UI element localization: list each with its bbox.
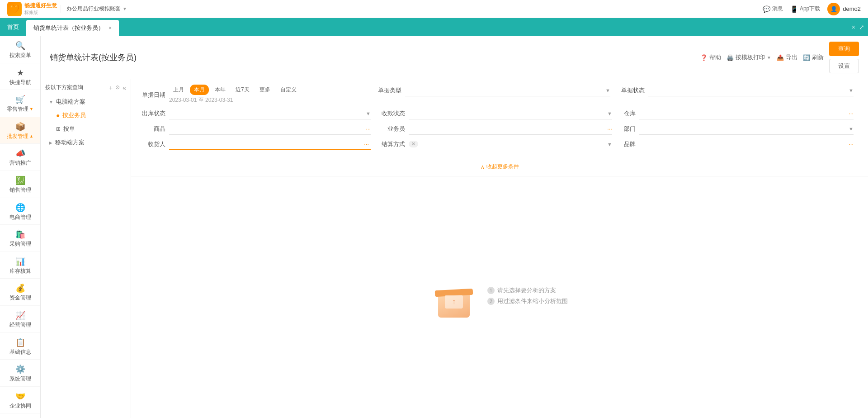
sidebar-item-finance[interactable]: 💰 资金管理 — [0, 279, 40, 306]
page-title: 销货单统计表(按业务员) — [50, 52, 137, 63]
department-select[interactable]: ▼ — [639, 123, 854, 135]
tree-by-salesperson[interactable]: ● 按业务员 — [45, 109, 126, 122]
settlement-chevron-icon: ▼ — [607, 142, 612, 147]
brand-dots[interactable]: ··· — [849, 141, 854, 147]
date-btn-this-year[interactable]: 本年 — [211, 85, 230, 95]
app-edition: 标账版 — [24, 10, 57, 15]
tree-by-order[interactable]: ⊞ 按单 — [45, 122, 126, 136]
operations-icon: 📈 — [15, 310, 25, 320]
print-icon: 🖨️ — [726, 54, 734, 61]
app-logo: 🧡 — [7, 2, 22, 16]
sidebar-item-inventory[interactable]: 📊 库存核算 — [0, 252, 40, 279]
sidebar-item-sales-mgmt[interactable]: 💹 销售管理 — [0, 171, 40, 198]
sidebar-item-search-menu[interactable]: 🔍 搜索菜单 — [0, 36, 40, 63]
message-button[interactable]: 💬 消息 — [763, 5, 783, 13]
tree-active-dot-icon: ● — [56, 112, 60, 119]
product-label: 商品 — [140, 125, 165, 133]
doc-type-select[interactable]: ▼ — [405, 85, 610, 96]
avatar: 👤 — [827, 3, 840, 15]
query-button[interactable]: 查询 — [829, 42, 859, 56]
add-scheme-icon[interactable]: + — [109, 84, 113, 91]
sidebar-item-ecommerce[interactable]: 🌐 电商管理 — [0, 198, 40, 225]
settlement-tag: ✕ — [409, 141, 418, 147]
receipt-chevron-icon: ▼ — [607, 111, 612, 116]
doc-status-select[interactable]: ▼ — [648, 85, 854, 96]
sidebar-item-enterprise[interactable]: 🤝 企业协同 — [0, 387, 40, 414]
collapse-panel-icon[interactable]: « — [123, 84, 126, 91]
tree-mobile-expand-icon: ▶ — [49, 140, 52, 145]
search-menu-icon: 🔍 — [15, 41, 25, 51]
date-btn-more[interactable]: 更多 — [255, 85, 274, 95]
help-icon: ❓ — [700, 54, 708, 61]
department-label: 部门 — [623, 125, 636, 133]
sidebar-item-quick-nav[interactable]: ★ 快捷导航 — [0, 63, 40, 90]
refresh-button[interactable]: 🔄 刷新 — [803, 53, 824, 62]
workspace-title: 办公用品行业模拟账套 — [66, 5, 121, 13]
retail-mgmt-icon: 🛒 — [15, 95, 25, 104]
tab-close-icon[interactable]: × — [108, 25, 112, 31]
app-download-button[interactable]: 📱 App下载 — [790, 5, 820, 13]
product-dots[interactable]: ··· — [366, 125, 371, 132]
sales-mgmt-icon: 💹 — [15, 176, 25, 185]
wholesale-mgmt-icon: 📦 — [15, 122, 25, 132]
out-status-label: 出库状态 — [140, 109, 165, 118]
collapse-icon: ∧ — [481, 164, 485, 170]
receipt-status-select[interactable]: ▼ — [409, 108, 612, 119]
data-area: ↑ 1 请先选择要分析的方案 2 用过滤条件来缩小分析范围 — [131, 176, 868, 418]
tab-close-window-icon[interactable]: × — [852, 24, 855, 31]
settlement-label: 结算方式 — [382, 140, 405, 148]
user-profile[interactable]: 👤 demo2 — [827, 3, 861, 15]
download-icon: 📱 — [790, 5, 798, 13]
tree-desktop-section[interactable]: ▼ 电脑端方案 — [45, 95, 126, 109]
salesperson-dots[interactable]: ··· — [607, 125, 612, 132]
app-name: 畅捷通好生意 — [24, 2, 57, 10]
edit-scheme-icon[interactable]: ⊙ — [115, 84, 120, 91]
print-dropdown-icon: ▼ — [767, 55, 771, 60]
page-actions: ❓ 帮助 🖨️ 按模板打印 ▼ 📤 导出 🔄 刷新 — [700, 42, 859, 73]
sidebar-item-retail-mgmt[interactable]: 🛒 零售管理▼ — [0, 90, 40, 117]
warehouse-label: 仓库 — [623, 109, 636, 118]
receipt-status-label: 收款状态 — [382, 109, 405, 118]
refresh-icon: 🔄 — [803, 54, 810, 61]
enterprise-icon: 🤝 — [15, 391, 25, 401]
tag-close-icon[interactable]: ✕ — [411, 141, 415, 147]
sidebar-item-wholesale-mgmt[interactable]: 📦 批发管理▲ — [0, 117, 40, 144]
sidebar-item-operations[interactable]: 📈 经营管理 — [0, 306, 40, 333]
page-header: 销货单统计表(按业务员) ❓ 帮助 🖨️ 按模板打印 ▼ 📤 导出 — [41, 36, 868, 79]
date-btn-last-7[interactable]: 近7天 — [231, 85, 254, 95]
ecommerce-icon: 🌐 — [15, 203, 25, 213]
quick-nav-icon: ★ — [17, 68, 24, 78]
sidebar-item-new-user[interactable]: 🎯 新手引导 — [0, 413, 40, 418]
marketing-icon: 📣 — [15, 148, 25, 158]
workspace-selector[interactable]: 办公用品行业模拟账套 ▼ — [61, 5, 127, 13]
help-button[interactable]: ❓ 帮助 — [700, 53, 721, 62]
department-chevron-icon: ▼ — [849, 126, 854, 132]
tab-home[interactable]: 首页 — [0, 18, 26, 36]
consignee-label: 收货人 — [140, 140, 165, 148]
filter-section: 单据日期 上月 本月 本年 近7天 更多 自定义 — [131, 79, 868, 157]
out-status-select[interactable]: ▼ — [169, 108, 371, 119]
sidebar-item-basic-info[interactable]: 📋 基础信息 — [0, 333, 40, 360]
setting-button[interactable]: 设置 — [829, 59, 859, 73]
sidebar-item-purchase[interactable]: 🛍️ 采购管理 — [0, 225, 40, 252]
basic-info-icon: 📋 — [15, 337, 25, 347]
sidebar-item-marketing[interactable]: 📣 营销推广 — [0, 144, 40, 171]
date-btn-custom[interactable]: 自定义 — [276, 85, 301, 95]
consignee-dots[interactable]: ··· — [364, 141, 369, 147]
date-btn-last-month[interactable]: 上月 — [169, 85, 188, 95]
collapse-filters-button[interactable]: ∧ 收起更多条件 — [478, 160, 522, 173]
template-print-button[interactable]: 🖨️ 按模板打印 ▼ — [726, 53, 771, 62]
export-button[interactable]: 📤 导出 — [777, 53, 797, 62]
tab-sales-stats[interactable]: 销货单统计表（按业务员） × — [26, 20, 119, 36]
sidebar-item-system[interactable]: ⚙️ 系统管理 — [0, 360, 40, 387]
tab-maximize-icon[interactable]: ⤢ — [859, 24, 864, 31]
date-btn-this-month[interactable]: 本月 — [190, 85, 209, 95]
tab-bar: 首页 销货单统计表（按业务员） × × ⤢ — [0, 18, 868, 36]
left-panel-title: 按以下方案查询 — [45, 84, 83, 91]
doc-status-label: 单据状态 — [621, 86, 645, 95]
warehouse-dots[interactable]: ··· — [849, 110, 854, 117]
purchase-icon: 🛍️ — [15, 229, 25, 239]
tree-mobile-section[interactable]: ▶ 移动端方案 — [45, 136, 126, 149]
salesperson-label: 业务员 — [382, 125, 405, 133]
system-icon: ⚙️ — [15, 364, 25, 374]
